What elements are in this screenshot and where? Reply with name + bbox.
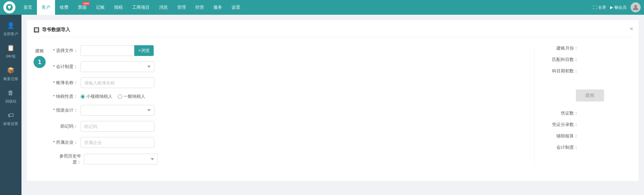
sidebar-icon: 📋 <box>6 43 15 53</box>
right-accounting-system-row: 会计制度： <box>548 144 632 150</box>
sidebar-icon: 👤 <box>6 21 15 30</box>
sidebar: 👤全部客户📋0申报📦账套迁移🗑回收站🏷标签设置 <box>0 15 21 195</box>
nav-right: ⛶ 全屏 ▶ 畅会员 <box>593 2 641 12</box>
accounting-system-label: * 会计制度： <box>51 64 78 70</box>
sidebar-label: 0申报 <box>6 54 15 59</box>
vip-label: 畅会员 <box>614 5 627 10</box>
logo[interactable] <box>3 1 15 13</box>
company-row: * 所属企业： <box>51 137 531 148</box>
aux-accounting-label: 辅助核算： <box>548 133 578 139</box>
ledger-name-input[interactable] <box>81 77 154 88</box>
sidebar-icon: 📦 <box>6 66 15 75</box>
nav-item-消息[interactable]: 消息 <box>154 0 172 15</box>
sidebar-label: 账套迁移 <box>3 76 18 81</box>
voucher-entries-label: 凭证分录数： <box>548 122 578 128</box>
assign-accountant-label: * 指派会计： <box>51 107 78 113</box>
vertical-divider <box>534 45 535 165</box>
voucher-entries-row: 凭证分录数： <box>548 122 632 128</box>
ledger-name-label: * 账簿名称： <box>51 80 78 86</box>
accounting-system-row: * 会计制度： <box>51 61 531 72</box>
tax-small-radio-input[interactable] <box>81 94 85 99</box>
memo-code-input[interactable] <box>81 121 154 132</box>
match-subjects-label: 匹配科目数： <box>548 57 578 63</box>
nav-item-客户[interactable]: 客户 <box>37 0 55 15</box>
tax-small-radio[interactable]: 小规模纳税人 <box>81 93 112 100</box>
nav-item-工商项目[interactable]: 工商项目 <box>128 0 154 15</box>
tax-type-radio-group: 小规模纳税人 一般纳税人 <box>81 93 145 100</box>
step-circle: 1 <box>34 56 46 68</box>
subject-init-row: 科目期初数： <box>548 68 632 74</box>
nav-item-记账[interactable]: 记账 <box>91 0 109 15</box>
fullscreen-icon: ⛶ <box>593 5 597 10</box>
create-account-button[interactable]: 建账 <box>576 89 604 102</box>
assign-accountant-select[interactable] <box>81 105 154 116</box>
sidebar-label: 全部客户 <box>3 31 18 37</box>
panel: 🔲 导爷数据导入 × 建账 1 <box>27 20 639 181</box>
sidebar-icon: 🗑 <box>6 88 15 97</box>
tax-general-radio[interactable]: 一般纳税人 <box>118 93 145 100</box>
panel-title: 导爷数据导入 <box>42 27 70 33</box>
memo-code-label: 助记码： <box>51 123 78 129</box>
select-file-row: * 选择文件： +浏览 <box>51 45 531 56</box>
vip-button[interactable]: ▶ 畅会员 <box>610 5 627 10</box>
history-year-row: 参照历史年度： <box>51 153 531 165</box>
company-input[interactable] <box>81 137 154 148</box>
create-month-row: 建账月份： <box>548 45 632 51</box>
accounting-system-select[interactable] <box>81 61 154 72</box>
sidebar-item-回收站[interactable]: 🗑回收站 <box>0 85 21 107</box>
memo-code-row: 助记码： <box>51 121 531 132</box>
sidebar-item-标签设置[interactable]: 🏷标签设置 <box>0 108 21 129</box>
nav-item-经营[interactable]: 经营 <box>191 0 209 15</box>
nav-item-首页[interactable]: 首页 <box>19 0 37 15</box>
match-subjects-row: 匹配科目数： <box>548 57 632 63</box>
select-file-label: * 选择文件： <box>51 48 78 54</box>
content-area: 🔲 导爷数据导入 × 建账 1 <box>21 15 644 195</box>
nav-item-服务[interactable]: 服务 <box>209 0 227 15</box>
main-layout: 👤全部客户📋0申报📦账套迁移🗑回收站🏷标签设置 🔲 导爷数据导入 × 建账 <box>0 15 644 195</box>
sidebar-icon: 🏷 <box>6 111 15 120</box>
browse-button[interactable]: +浏览 <box>134 45 154 56</box>
fullscreen-button[interactable]: ⛶ 全屏 <box>593 5 606 10</box>
form-fields: * 选择文件： +浏览 * 会计制度： <box>51 45 531 165</box>
form-right: 建账月份： 匹配科目数： 科目期初数： 建账 <box>538 45 632 165</box>
file-text-input[interactable] <box>81 45 134 56</box>
subject-init-label: 科目期初数： <box>548 68 578 74</box>
nav-badge-new: new <box>82 2 90 5</box>
create-month-label: 建账月份： <box>548 45 578 51</box>
svg-point-1 <box>634 5 637 8</box>
file-input-group: +浏览 <box>81 45 154 56</box>
step-indicator: 建账 1 <box>34 48 46 68</box>
tax-type-row: * 纳税性质： 小规模纳税人 一般纳税人 <box>51 93 531 100</box>
nav-item-票据[interactable]: 票据new <box>73 0 91 15</box>
tax-small-label: 小规模纳税人 <box>86 93 112 100</box>
history-year-select[interactable] <box>84 154 158 165</box>
step-number: 1 <box>38 59 41 66</box>
sidebar-item-0申报[interactable]: 📋0申报 <box>0 41 21 62</box>
history-year-label: 参照历史年度： <box>51 153 81 165</box>
top-nav: 首页客户收费票据new记账报税工商项目消息管理经营服务设置 ⛶ 全屏 ▶ 畅会员 <box>0 0 644 15</box>
sidebar-item-账套迁移[interactable]: 📦账套迁移 <box>0 63 21 84</box>
step-label: 建账 <box>35 48 44 54</box>
nav-items: 首页客户收费票据new记账报税工商项目消息管理经营服务设置 <box>19 0 593 15</box>
right-accounting-system-label: 会计制度： <box>548 144 578 150</box>
form-container: 建账 1 * 选择文件： +浏览 <box>34 45 632 165</box>
ledger-name-row: * 账簿名称： <box>51 77 531 88</box>
sidebar-label: 标签设置 <box>3 121 18 126</box>
company-label: * 所属企业： <box>51 139 78 145</box>
voucher-count-label: 凭证数： <box>548 110 578 116</box>
panel-icon: 🔲 <box>34 27 39 32</box>
nav-item-管理[interactable]: 管理 <box>172 0 191 15</box>
sidebar-label: 回收站 <box>5 99 16 104</box>
assign-accountant-row: * 指派会计： <box>51 105 531 116</box>
nav-item-收费[interactable]: 收费 <box>55 0 73 15</box>
panel-close-button[interactable]: × <box>630 25 633 32</box>
tax-general-radio-input[interactable] <box>118 94 122 99</box>
tax-type-label: * 纳税性质： <box>51 93 78 100</box>
nav-item-报税[interactable]: 报税 <box>109 0 128 15</box>
sidebar-item-全部客户[interactable]: 👤全部客户 <box>0 18 21 39</box>
avatar[interactable] <box>631 2 641 12</box>
panel-header: 🔲 导爷数据导入 <box>34 27 632 37</box>
voucher-count-row: 凭证数： <box>548 110 632 116</box>
fullscreen-label: 全屏 <box>598 5 606 10</box>
nav-item-设置[interactable]: 设置 <box>227 0 245 15</box>
